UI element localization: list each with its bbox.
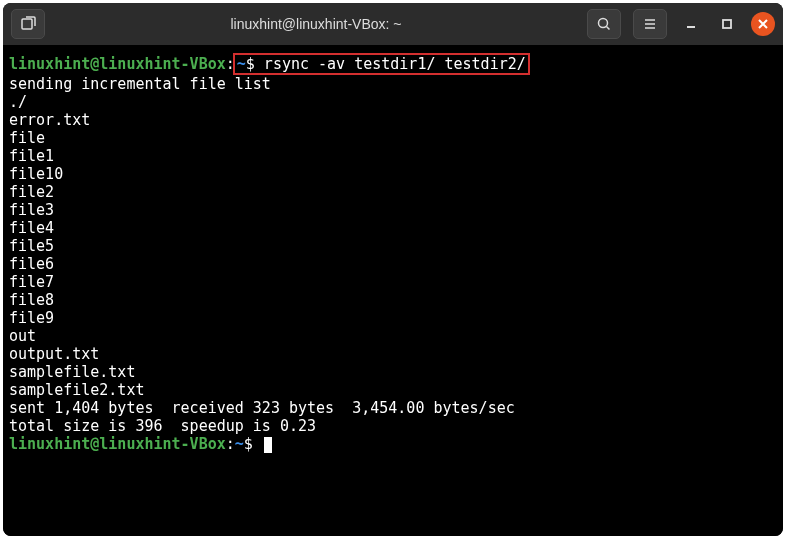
prompt-dollar: $ [246, 55, 255, 73]
output-line: ./ [9, 93, 777, 111]
output-line: output.txt [9, 345, 777, 363]
prompt-user-host: linuxhint@linuxhint-VBox [9, 435, 226, 453]
terminal-content[interactable]: linuxhint@linuxhint-VBox:~$ rsync -av te… [3, 45, 783, 536]
output-line: file3 [9, 201, 777, 219]
output-line: sent 1,404 bytes received 323 bytes 3,45… [9, 399, 777, 417]
command-text: rsync -av testdir1/ testdir2/ [255, 55, 526, 73]
output-line: total size is 396 speedup is 0.23 [9, 417, 777, 435]
output-line: samplefile2.txt [9, 381, 777, 399]
menu-button[interactable] [633, 9, 667, 39]
new-tab-button[interactable] [11, 9, 45, 39]
prompt-path: ~ [235, 435, 244, 453]
svg-rect-0 [22, 19, 32, 29]
window-title: linuxhint@linuxhint-VBox: ~ [51, 16, 581, 32]
output-line: file4 [9, 219, 777, 237]
prompt-colon: : [226, 435, 235, 453]
command-highlight: ~$ rsync -av testdir1/ testdir2/ [233, 53, 530, 75]
output-line: file6 [9, 255, 777, 273]
prompt-user-host: linuxhint@linuxhint-VBox [9, 55, 226, 73]
maximize-button[interactable] [715, 12, 739, 36]
titlebar: linuxhint@linuxhint-VBox: ~ [3, 3, 783, 45]
output-line: file9 [9, 309, 777, 327]
output-line: file5 [9, 237, 777, 255]
output-line: file8 [9, 291, 777, 309]
output-line: error.txt [9, 111, 777, 129]
output-line: file2 [9, 183, 777, 201]
output-line: file1 [9, 147, 777, 165]
output-line: file10 [9, 165, 777, 183]
prompt-path: ~ [237, 55, 246, 73]
prompt-dollar: $ [244, 435, 253, 453]
prompt-line-2: linuxhint@linuxhint-VBox:~$ [9, 435, 777, 453]
terminal-window: linuxhint@linuxhint-VBox: ~ linuxhint@li… [3, 3, 783, 536]
minimize-button[interactable] [679, 12, 703, 36]
output-line: sending incremental file list [9, 75, 777, 93]
output-line: file7 [9, 273, 777, 291]
output-line: file [9, 129, 777, 147]
cursor [264, 437, 272, 453]
output-line: samplefile.txt [9, 363, 777, 381]
svg-rect-2 [723, 20, 731, 28]
search-button[interactable] [587, 9, 621, 39]
output-line: out [9, 327, 777, 345]
close-button[interactable] [751, 12, 775, 36]
svg-point-1 [599, 19, 608, 28]
prompt-line-1: linuxhint@linuxhint-VBox:~$ rsync -av te… [9, 53, 777, 75]
